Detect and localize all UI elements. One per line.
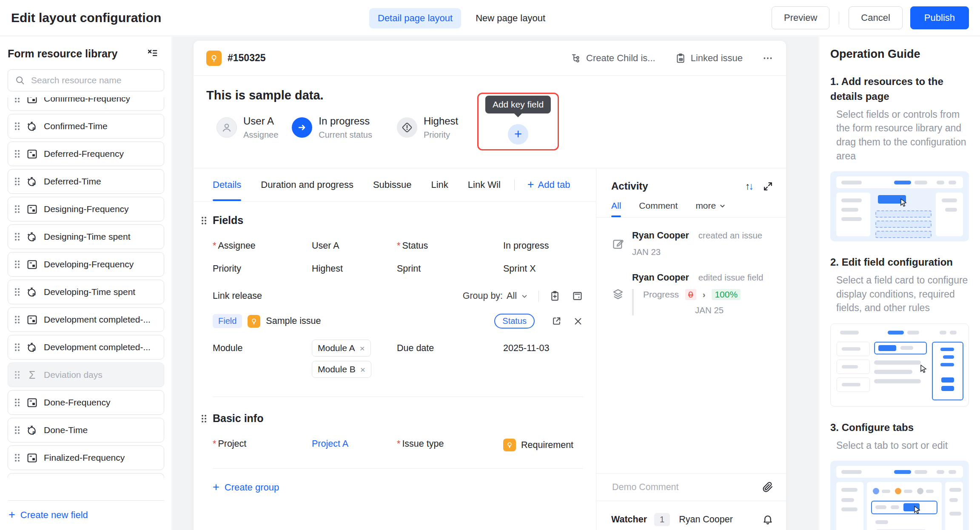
guide-step3-illustration bbox=[830, 461, 969, 530]
layout-mode-tabs: Detail page layout New page layout bbox=[369, 0, 554, 36]
sprint-value[interactable]: Sprint X bbox=[503, 264, 583, 274]
resource-item[interactable]: Designing-Frequency bbox=[8, 197, 164, 221]
linked-issue-title[interactable]: Sample issue bbox=[266, 316, 321, 326]
create-group-button[interactable]: + Create group bbox=[213, 482, 583, 493]
add-linked-release-icon[interactable] bbox=[549, 290, 561, 302]
time-field-icon: P bbox=[26, 342, 38, 353]
add-key-field-button[interactable]: + bbox=[508, 124, 528, 145]
tab-details[interactable]: Details bbox=[213, 168, 241, 201]
link-release-label: Link release bbox=[213, 291, 262, 301]
guide-title: Operation Guide bbox=[830, 48, 969, 61]
basic-info-section-header[interactable]: Basic info bbox=[201, 412, 583, 425]
due-date-value[interactable]: 2025-11-03 bbox=[503, 343, 583, 354]
guide-step1-title: 1. Add resources to the details page bbox=[830, 74, 969, 104]
open-in-new-icon[interactable] bbox=[551, 316, 562, 326]
create-child-issue-button[interactable]: Create Child is... bbox=[570, 53, 655, 64]
priority-label: Priority bbox=[213, 264, 312, 274]
resource-item[interactable]: P Developing-Time spent bbox=[8, 280, 164, 304]
resource-item[interactable]: Done-Frequency bbox=[8, 390, 164, 415]
field-row: Assignee User A Status In progress bbox=[213, 241, 583, 251]
watcher-name: Ryan Cooper bbox=[679, 514, 733, 525]
plus-icon: + bbox=[527, 179, 534, 190]
divider bbox=[538, 291, 539, 302]
activity-tab-all[interactable]: All bbox=[611, 201, 621, 217]
resource-item[interactable]: P Done-Time bbox=[8, 418, 164, 442]
plus-icon: + bbox=[9, 509, 15, 521]
add-tab-button[interactable]: + Add tab bbox=[527, 179, 570, 190]
key-field-priority: Highest Priority bbox=[397, 115, 458, 140]
frequency-field-icon bbox=[26, 452, 38, 464]
activity-tab-more[interactable]: more bbox=[695, 201, 726, 217]
assignee-value[interactable]: User A bbox=[312, 241, 397, 251]
frequency-field-icon bbox=[26, 397, 38, 408]
requirement-icon bbox=[503, 439, 516, 451]
resource-item[interactable]: Finalized-Frequency bbox=[8, 445, 164, 470]
cancel-button[interactable]: Cancel bbox=[849, 6, 902, 29]
tab-new-page-layout[interactable]: New page layout bbox=[467, 8, 554, 28]
issue-type-value[interactable]: Requirement bbox=[503, 439, 583, 451]
resource-item[interactable]: P Designing-Time spent bbox=[8, 224, 164, 249]
project-label: Project bbox=[213, 439, 312, 449]
bell-icon[interactable] bbox=[762, 514, 773, 525]
due-date-label: Due date bbox=[397, 343, 503, 354]
drag-handle-icon bbox=[14, 315, 20, 324]
drag-handle-icon bbox=[14, 149, 20, 159]
comment-input[interactable] bbox=[611, 482, 762, 493]
sort-icon[interactable]: ↑↓ bbox=[745, 181, 752, 192]
resource-item[interactable]: Confirmed-Frequency bbox=[8, 97, 164, 111]
tab-subissue[interactable]: Subissue bbox=[373, 168, 412, 201]
time-field-icon: P bbox=[26, 176, 38, 187]
preview-button[interactable]: Preview bbox=[772, 6, 829, 29]
more-icon[interactable] bbox=[762, 53, 773, 64]
expand-icon[interactable] bbox=[763, 181, 773, 192]
chip-remove-icon[interactable]: × bbox=[360, 344, 365, 353]
resource-item[interactable]: Development completed-... bbox=[8, 307, 164, 332]
module-chip[interactable]: Module A × bbox=[312, 340, 371, 357]
activity-tab-comment[interactable]: Comment bbox=[639, 201, 678, 217]
search-icon bbox=[15, 75, 25, 85]
module-chip[interactable]: Module B × bbox=[312, 361, 371, 378]
resource-list: Confirmed-Frequency P Confirmed-Time Def… bbox=[0, 97, 172, 495]
library-search bbox=[8, 69, 164, 91]
tab-link-wiki[interactable]: Link Wil bbox=[468, 168, 501, 201]
status-value[interactable]: In progress bbox=[503, 241, 583, 251]
resource-item-disabled[interactable]: Σ Deviation days bbox=[8, 363, 164, 387]
drag-handle-icon bbox=[14, 97, 20, 103]
create-new-field-button[interactable]: + Create new field bbox=[0, 501, 172, 523]
tab-link[interactable]: Link bbox=[431, 168, 448, 201]
chip-remove-icon[interactable]: × bbox=[360, 365, 365, 374]
edited-entry-icon bbox=[611, 272, 625, 315]
paperclip-icon[interactable] bbox=[762, 482, 773, 493]
resource-item[interactable]: Deferred-Frequency bbox=[8, 142, 164, 166]
layout-preview-area: #150325 Create Child is... Linked issue … bbox=[173, 37, 818, 530]
top-bar: Edit layout configuration Detail page la… bbox=[0, 0, 980, 36]
add-key-field-tooltip: Add key field bbox=[485, 96, 551, 113]
activity-entry: Ryan Cooper edited issue field Progress … bbox=[611, 272, 774, 315]
project-value[interactable]: Project A bbox=[312, 439, 397, 449]
watcher-count-badge: 1 bbox=[654, 513, 670, 526]
resource-item[interactable]: P Development completed-... bbox=[8, 335, 164, 360]
priority-value[interactable]: Highest bbox=[312, 264, 397, 274]
tab-duration-progress[interactable]: Duration and progress bbox=[261, 168, 353, 201]
filter-card-icon[interactable] bbox=[572, 290, 583, 302]
created-entry-icon bbox=[611, 230, 625, 257]
search-input[interactable] bbox=[30, 75, 157, 86]
close-icon[interactable] bbox=[573, 316, 583, 326]
tab-detail-page-layout[interactable]: Detail page layout bbox=[369, 8, 461, 28]
time-field-icon: P bbox=[26, 121, 38, 132]
activity-panel: Activity ↑↓ All Comment more bbox=[596, 168, 786, 530]
drag-handle-icon bbox=[14, 287, 20, 297]
svg-text:P: P bbox=[32, 237, 36, 242]
sigma-icon: Σ bbox=[26, 369, 38, 381]
group-by-dropdown[interactable]: Group by: All bbox=[463, 291, 528, 301]
publish-button[interactable]: Publish bbox=[910, 6, 969, 29]
linked-issue-button[interactable]: Linked issue bbox=[675, 53, 743, 64]
resource-item[interactable]: P Confirmed-Time bbox=[8, 114, 164, 139]
requirement-icon bbox=[248, 315, 260, 328]
linked-issue-status-pill[interactable]: Status bbox=[494, 314, 535, 329]
collapse-library-icon[interactable] bbox=[147, 48, 158, 60]
fields-section-header[interactable]: Fields bbox=[201, 214, 583, 227]
top-actions: Preview Cancel Publish bbox=[772, 6, 969, 29]
resource-item[interactable]: P Deferred-Time bbox=[8, 169, 164, 194]
resource-item[interactable]: Developing-Frequency bbox=[8, 252, 164, 277]
